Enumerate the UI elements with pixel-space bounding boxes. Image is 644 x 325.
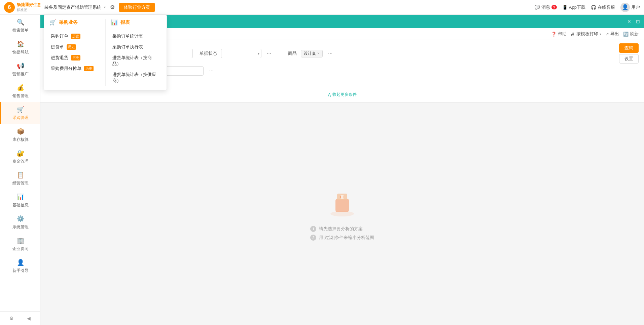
message-item[interactable]: 💬 消息 9 <box>535 4 557 10</box>
dropdown-report-title: 📊 报表 <box>111 19 162 28</box>
return-label: 进货退货 <box>51 55 68 61</box>
sidebar-label-marketing: 营销推广 <box>12 71 29 77</box>
tab-window-close-btn[interactable]: ✕ <box>626 17 633 26</box>
dropdown-item-incoming[interactable]: 进货单 历史 <box>49 42 100 52</box>
message-label: 消息 <box>541 4 550 10</box>
sidebar-label-sales: 销售管理 <box>12 93 29 99</box>
export-label: 导出 <box>610 31 619 37</box>
sidebar-item-basic-info[interactable]: 📊 基础信息 <box>0 190 40 211</box>
system-title: 装备及固定资产辅助管理系统 <box>44 4 101 10</box>
query-btn[interactable]: 查询 <box>619 43 639 53</box>
dropdown-item-order-stats[interactable]: 采购订单统计表 <box>111 31 162 42</box>
refresh-btn[interactable]: 🔄 刷新 <box>623 31 639 37</box>
sidebar-label-purchase: 采购管理 <box>12 115 29 121</box>
basic-info-icon: 📊 <box>16 193 25 201</box>
report-section-icon: 📊 <box>111 19 118 26</box>
sidebar-item-inventory[interactable]: 📦 库存核算 <box>0 124 40 146</box>
sidebar-label-inventory: 库存核算 <box>12 137 29 143</box>
product-tag[interactable]: 设计桌 × <box>301 50 323 57</box>
product-tag-remove[interactable]: × <box>317 51 320 56</box>
history-badge-3: 历史 <box>84 66 94 71</box>
purchase-section-icon: 🛒 <box>49 19 56 26</box>
dropdown-item-expense[interactable]: 采购费用分摊单 历史 <box>49 63 100 74</box>
dropdown-item-purchase-order[interactable]: 采购订单 历史 <box>49 31 100 42</box>
sidebar-item-search[interactable]: 🔍 搜索菜单 <box>0 15 40 37</box>
doc-status-select[interactable] <box>221 49 261 58</box>
refresh-label: 刷新 <box>630 31 639 37</box>
print-btn[interactable]: 🖨 按模板打印 ▾ <box>571 31 601 37</box>
header-middle: 装备及固定资产辅助管理系统 ▾ ⚙ 体验行业方案 <box>44 3 535 12</box>
sidebar-label-operations: 经营管理 <box>12 180 29 186</box>
phone-icon: 📱 <box>562 5 568 10</box>
industry-btn[interactable]: 体验行业方案 <box>119 3 155 12</box>
print-dropdown-arrow[interactable]: ▾ <box>600 32 601 36</box>
dropdown-purchase-title: 🛒 采购业务 <box>49 19 100 28</box>
sidebar-label-finance: 资金管理 <box>12 159 29 164</box>
collapse-btn[interactable]: ⋀ 收起更多条件 <box>325 90 359 99</box>
search-icon: 🔍 <box>16 18 25 26</box>
collapse-label: 收起更多条件 <box>332 92 357 97</box>
incoming-stats-supplier-label: 进货单统计表（按供应商） <box>112 72 160 84</box>
tab-window-restore-btn[interactable]: ⊡ <box>635 17 641 26</box>
tip-num-2: 2 <box>310 235 316 241</box>
print-label: 按模板打印 <box>576 31 598 37</box>
order-exec-label: 采购订单执行表 <box>112 44 143 50</box>
app-download-item[interactable]: 📱 App下载 <box>562 4 585 10</box>
history-badge-0: 历史 <box>71 34 80 39</box>
sidebar-item-marketing[interactable]: 📢 营销推广 <box>0 58 40 80</box>
purchase-order-label: 采购订单 <box>51 33 68 39</box>
incoming-stats-product-label: 进货单统计表（按商品） <box>112 55 160 67</box>
enterprise-icon: 🏢 <box>16 237 25 245</box>
user-item[interactable]: 👤 用户 <box>620 3 640 12</box>
tab-right-actions: ✕ ⊡ <box>626 17 641 26</box>
logo-text: 畅捷通好生意 标准版 <box>17 2 41 12</box>
sidebar-item-enterprise[interactable]: 🏢 企业协同 <box>0 233 40 255</box>
sales-icon: 💰 <box>16 84 25 92</box>
top-header: 6 畅捷通好生意 标准版 装备及固定资产辅助管理系统 ▾ ⚙ 体验行业方案 💬 … <box>0 0 644 15</box>
sidebar-item-system[interactable]: ⚙️ 系统管理 <box>0 211 40 233</box>
tip-num-1: 1 <box>310 226 316 232</box>
doc-status-dots[interactable]: ··· <box>265 50 273 56</box>
avatar: 👤 <box>620 3 630 12</box>
system-dropdown-arrow[interactable]: ▾ <box>104 5 106 9</box>
dropdown-item-incoming-stats-product[interactable]: 进货单统计表（按商品） <box>111 52 162 69</box>
doc-status-label: 单据状态 <box>197 50 217 56</box>
dropdown-item-return[interactable]: 进货退货 历史 <box>49 52 100 63</box>
dropdown-item-order-exec[interactable]: 采购订单执行表 <box>111 42 162 52</box>
operations-icon: 📋 <box>16 171 25 179</box>
help-icon: ❓ <box>551 32 557 37</box>
sidebar-collapse-btn[interactable]: ◀ <box>26 314 32 322</box>
staff-dots[interactable]: ··· <box>208 68 215 74</box>
svg-rect-1 <box>335 199 349 212</box>
doc-status-wrapper <box>221 49 261 58</box>
export-icon: ↗ <box>605 32 609 37</box>
collapse-row: ⋀ 收起更多条件 <box>46 90 639 99</box>
sidebar-item-guide[interactable]: 👤 新手引导 <box>0 255 40 277</box>
print-icon: 🖨 <box>571 32 575 37</box>
sidebar-label-quick-nav: 快捷导航 <box>12 49 29 55</box>
marketing-icon: 📢 <box>16 62 25 70</box>
settings-btn[interactable]: 设置 <box>619 54 639 64</box>
sidebar-settings-btn[interactable]: ⚙ <box>8 314 15 322</box>
sidebar-item-operations[interactable]: 📋 经营管理 <box>0 168 40 190</box>
sidebar-bottom: ⚙ ◀ <box>0 311 40 325</box>
sidebar-item-purchase[interactable]: 🛒 采购管理 <box>0 102 40 124</box>
product-dots[interactable]: ··· <box>327 50 334 56</box>
header-settings-icon[interactable]: ⚙ <box>108 3 116 11</box>
logo-area: 6 畅捷通好生意 标准版 <box>4 2 44 13</box>
action-btns: 查询 设置 <box>619 43 639 64</box>
sidebar-item-sales[interactable]: 💰 销售管理 <box>0 80 40 102</box>
export-btn[interactable]: ↗ 导出 <box>605 31 619 37</box>
logo-sub: 标准版 <box>17 8 41 12</box>
help-btn[interactable]: ❓ 帮助 <box>551 31 567 37</box>
sidebar-label-search: 搜索菜单 <box>12 28 29 33</box>
inventory-icon: 📦 <box>16 127 25 135</box>
sidebar-item-finance[interactable]: 🔐 资金管理 <box>0 146 40 168</box>
sidebar-item-quick-nav[interactable]: 🏠 快捷导航 <box>0 37 40 58</box>
sidebar-label-basic-info: 基础信息 <box>12 202 29 208</box>
empty-tips: 1 请先选择要分析的方案 2 用[过滤]条件来缩小分析范围 <box>310 226 374 241</box>
online-service-item[interactable]: 🎧 在线客服 <box>591 4 615 10</box>
empty-tip-2: 2 用[过滤]条件来缩小分析范围 <box>310 235 374 241</box>
dropdown-item-incoming-stats-supplier[interactable]: 进货单统计表（按供应商） <box>111 69 162 86</box>
tip-text-2: 用[过滤]条件来缩小分析范围 <box>319 235 374 241</box>
